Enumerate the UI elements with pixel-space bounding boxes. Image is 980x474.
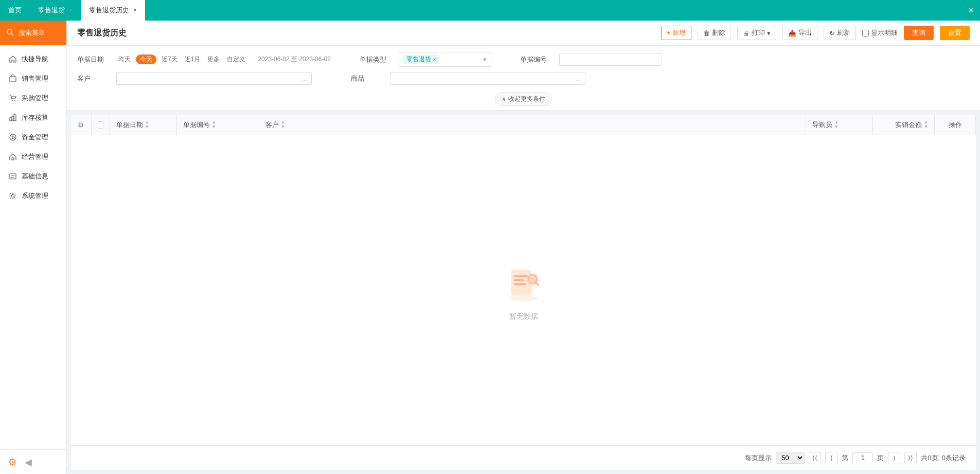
next-page-btn[interactable]: ⟩: [888, 452, 900, 464]
close-tab-retail-return-history[interactable]: ×: [133, 7, 137, 14]
select-all-checkbox[interactable]: [98, 121, 103, 129]
sidebar-item-sales[interactable]: 销售管理: [0, 69, 66, 88]
customer-placeholder: ...: [301, 75, 307, 82]
th-customer[interactable]: 客户 ▲▼: [259, 115, 806, 135]
th-date-label: 单据日期: [116, 120, 143, 130]
sidebar: 搜索菜单 快捷导航 销售管理 采购管理: [0, 21, 67, 474]
goods-placeholder: ...: [575, 75, 581, 82]
date-filter-label: 单据日期: [77, 55, 108, 64]
print-icon: 🖨: [743, 29, 750, 37]
page-number-input[interactable]: 1: [852, 452, 873, 463]
first-page-btn[interactable]: ⟨⟨: [809, 452, 821, 464]
collapse-conditions-btn[interactable]: ∧ 收起更多条件: [495, 92, 552, 106]
settings-filter-button[interactable]: 设置: [940, 26, 970, 40]
sidebar-item-label: 库存核算: [22, 113, 48, 122]
bill-type-tag-close[interactable]: ×: [433, 57, 436, 62]
th-amount[interactable]: 实销金额 ▲▼: [873, 115, 935, 135]
svg-rect-6: [12, 116, 14, 121]
sidebar-item-system[interactable]: 系统管理: [0, 186, 66, 206]
sidebar-item-quick-nav[interactable]: 快捷导航: [0, 49, 66, 69]
table-area: ⚙ 单据日期 ▲▼ 单据编号 ▲▼ 客户 ▲▼ 导购员: [71, 115, 976, 470]
date-btn-yesterday[interactable]: 昨天: [116, 54, 133, 64]
date-btn-today[interactable]: 今天: [136, 54, 156, 64]
sidebar-item-inventory[interactable]: 库存核算: [0, 108, 66, 127]
bill-no-label: 单据编号: [520, 55, 551, 64]
show-detail-input[interactable]: [862, 30, 869, 37]
th-date[interactable]: 单据日期 ▲▼: [110, 115, 177, 135]
sort-guide-icon[interactable]: ▲▼: [834, 120, 839, 129]
svg-point-12: [509, 295, 538, 301]
column-settings-icon[interactable]: ⚙: [78, 121, 84, 129]
bill-no-input[interactable]: [559, 53, 662, 66]
table-header: ⚙ 单据日期 ▲▼ 单据编号 ▲▼ 客户 ▲▼ 导购员: [71, 115, 976, 135]
sidebar-item-label: 系统管理: [22, 191, 48, 200]
sidebar-search-label: 搜索菜单: [19, 28, 45, 38]
page-title: 零售退货历史: [77, 28, 127, 39]
sales-icon: [8, 74, 17, 83]
sort-customer-icon[interactable]: ▲▼: [281, 120, 285, 129]
tab-retail-return-label: 零售退货: [38, 6, 65, 15]
tab-home[interactable]: 首页: [0, 0, 30, 21]
date-btn-custom[interactable]: 自定义: [225, 54, 247, 64]
date-btn-7days[interactable]: 近7天: [159, 54, 180, 64]
tab-retail-return[interactable]: 零售退货 ×: [30, 0, 81, 21]
new-button[interactable]: + 新增: [661, 26, 691, 40]
bill-type-label: 单据类型: [360, 55, 390, 64]
th-op-label: 操作: [949, 120, 962, 130]
refresh-button[interactable]: ↻ 刷新: [824, 26, 856, 40]
page-size-label: 每页显示: [745, 453, 772, 463]
pagination-bar: 每页显示 50 10 20 100 ⟨⟨ ⟨ 第 1 页 ⟩ ⟩⟩ 共0页, 0…: [71, 445, 976, 470]
bill-type-select[interactable]: 零售退货 × ▾: [399, 52, 491, 67]
content-area: 零售退货历史 + 新增 🗑 删除 🖨 打印 ▾ 📤 导出 ↻: [67, 21, 980, 474]
query-button[interactable]: 查询: [904, 26, 934, 40]
audio-icon[interactable]: ◀: [25, 457, 32, 468]
th-settings[interactable]: ⚙: [71, 115, 92, 135]
bill-type-dropdown-icon: ▾: [483, 56, 487, 63]
th-bill-no[interactable]: 单据编号 ▲▼: [177, 115, 259, 135]
sort-bill-no-icon[interactable]: ▲▼: [212, 120, 216, 129]
sidebar-search[interactable]: 搜索菜单: [0, 21, 66, 45]
collapse-icon: ∧: [502, 96, 506, 103]
sort-date-icon[interactable]: ▲▼: [145, 120, 149, 129]
th-guide[interactable]: 导购员 ▲▼: [806, 115, 873, 135]
show-detail-checkbox[interactable]: 显示明细: [862, 28, 898, 38]
prev-page-btn[interactable]: ⟨: [825, 452, 838, 464]
svg-point-3: [12, 100, 13, 101]
search-icon: [6, 28, 14, 38]
page-size-select[interactable]: 50 10 20 100: [776, 452, 805, 464]
date-btn-more[interactable]: 更多: [205, 54, 222, 64]
sidebar-item-basic-info[interactable]: 基础信息: [0, 167, 66, 186]
filter-area: 单据日期 昨天 今天 近7天 近1月 更多 自定义 2023-06-02 至 2…: [67, 46, 980, 111]
close-tab-retail-return[interactable]: ×: [69, 7, 73, 14]
sidebar-bottom: ⚙ ◀: [0, 449, 66, 474]
delete-button[interactable]: 🗑 删除: [698, 26, 731, 40]
sidebar-item-label: 资金管理: [22, 133, 48, 142]
page-header: 零售退货历史 + 新增 🗑 删除 🖨 打印 ▾ 📤 导出 ↻: [67, 21, 980, 46]
svg-line-1: [11, 33, 13, 35]
settings-bottom-icon[interactable]: ⚙: [8, 457, 16, 468]
tab-retail-return-history[interactable]: 零售退货历史 ×: [81, 0, 145, 21]
print-button[interactable]: 🖨 打印 ▾: [737, 26, 776, 40]
svg-rect-16: [514, 283, 526, 285]
page-suffix: 页: [877, 453, 884, 463]
close-window-btn[interactable]: ×: [968, 5, 974, 16]
empty-illustration: [501, 260, 547, 306]
sidebar-item-label: 销售管理: [22, 74, 48, 83]
date-btn-1month[interactable]: 近1月: [183, 54, 203, 64]
customer-input[interactable]: ...: [116, 72, 312, 85]
sidebar-item-business[interactable]: 经营管理: [0, 147, 66, 167]
sidebar-item-finance[interactable]: 资金管理: [0, 127, 66, 147]
top-bar: 首页 零售退货 × 零售退货历史 × ×: [0, 0, 980, 21]
sidebar-nav: 快捷导航 销售管理 采购管理 库存核算: [0, 45, 66, 449]
svg-point-11: [12, 195, 14, 197]
svg-rect-14: [514, 275, 528, 277]
goods-input[interactable]: ...: [390, 72, 585, 85]
last-page-btn[interactable]: ⟩⟩: [904, 452, 917, 464]
sidebar-item-purchase[interactable]: 采购管理: [0, 88, 66, 108]
th-checkbox[interactable]: [92, 115, 110, 135]
purchase-icon: [8, 94, 17, 103]
sort-amount-icon[interactable]: ▲▼: [924, 120, 928, 129]
empty-text: 暂无数据: [509, 312, 538, 321]
filter-row-2: 客户 ... 商品 ...: [77, 72, 970, 85]
export-button[interactable]: 📤 导出: [782, 26, 817, 40]
